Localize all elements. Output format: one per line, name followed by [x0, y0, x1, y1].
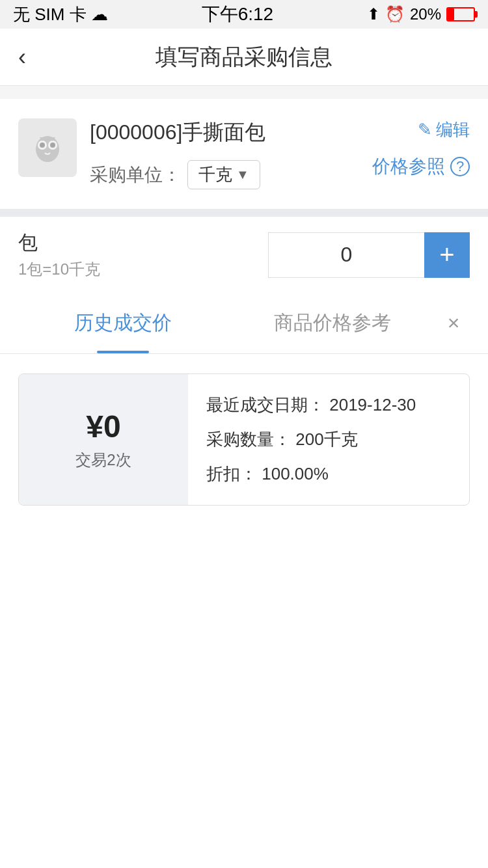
tab-close-button[interactable]: ×	[437, 307, 470, 340]
alarm-icon: ⏰	[385, 5, 405, 23]
battery-icon	[446, 7, 475, 21]
help-icon: ?	[450, 157, 470, 176]
unit-label: 采购单位：	[90, 163, 181, 187]
quantity-label: 采购数量：	[206, 429, 291, 449]
date-value: 2019-12-30	[329, 395, 416, 414]
status-right: ⬆ ⏰ 20%	[367, 5, 475, 23]
location-icon: ⬆	[367, 5, 380, 23]
tab-price-ref-label: 商品价格参考	[274, 312, 391, 333]
page-title: 填写商品采购信息	[156, 42, 332, 72]
product-name: [0000006]手撕面包	[90, 118, 265, 147]
product-left: [0000006]手撕面包 采购单位： 千克 ▼	[18, 118, 265, 189]
battery-percent: 20%	[410, 5, 441, 23]
edit-icon: ✎	[418, 120, 432, 140]
history-discount-row: 折扣： 100.00%	[206, 463, 451, 485]
quantity-plus-button[interactable]: +	[424, 232, 470, 278]
price-ref-button[interactable]: 价格参照 ?	[372, 154, 470, 179]
product-image	[18, 118, 77, 177]
product-top: [0000006]手撕面包 采购单位： 千克 ▼ ✎ 编辑 价格参照 ?	[18, 118, 470, 189]
edit-label: 编辑	[436, 118, 470, 141]
quantity-row: 包 1包=10千克 0 +	[0, 217, 488, 293]
history-count: 交易2次	[75, 450, 131, 470]
quantity-val: 200千克	[295, 429, 357, 449]
unit-value: 千克	[198, 163, 232, 186]
unit-selector[interactable]: 千克 ▼	[187, 160, 260, 189]
history-left: ¥0 交易2次	[19, 374, 188, 505]
history-quantity-row: 采购数量： 200千克	[206, 428, 451, 451]
quantity-unit-name: 包	[18, 230, 100, 256]
quantity-unit-desc: 1包=10千克	[18, 259, 100, 280]
date-label: 最近成交日期：	[206, 395, 325, 414]
history-content: ¥0 交易2次 最近成交日期： 2019-12-30 采购数量： 200千克 折…	[0, 354, 488, 525]
product-unit-row: 采购单位： 千克 ▼	[90, 160, 265, 189]
history-right: 最近成交日期： 2019-12-30 采购数量： 200千克 折扣： 100.0…	[188, 374, 469, 505]
history-date-row: 最近成交日期： 2019-12-30	[206, 394, 451, 416]
product-logo-icon	[28, 128, 67, 167]
product-right: ✎ 编辑 价格参照 ?	[372, 118, 470, 179]
product-card: [0000006]手撕面包 采购单位： 千克 ▼ ✎ 编辑 价格参照 ?	[0, 99, 488, 209]
history-card: ¥0 交易2次 最近成交日期： 2019-12-30 采购数量： 200千克 折…	[18, 373, 470, 506]
divider	[0, 209, 488, 217]
bottom-space	[0, 525, 488, 868]
tab-product-price-ref[interactable]: 商品价格参考	[228, 293, 437, 353]
tab-history-price[interactable]: 历史成交价	[18, 293, 228, 353]
status-left: 无 SIM 卡 ☁	[13, 3, 108, 26]
chevron-down-icon: ▼	[236, 167, 249, 182]
back-button[interactable]: ‹	[18, 44, 26, 71]
tab-history-label: 历史成交价	[74, 312, 172, 333]
quantity-value: 0	[341, 243, 353, 267]
quantity-controls: 0 +	[268, 232, 470, 278]
status-time: 下午6:12	[202, 2, 274, 27]
tabs-row: 历史成交价 商品价格参考 ×	[0, 293, 488, 354]
price-ref-label: 价格参照	[372, 154, 445, 179]
svg-point-3	[40, 142, 45, 148]
edit-button[interactable]: ✎ 编辑	[418, 118, 470, 141]
discount-value: 100.00%	[262, 464, 329, 483]
status-bar: 无 SIM 卡 ☁ 下午6:12 ⬆ ⏰ 20%	[0, 0, 488, 29]
history-price: ¥0	[86, 409, 120, 444]
svg-point-4	[50, 142, 55, 148]
header: ‹ 填写商品采购信息	[0, 29, 488, 86]
svg-point-0	[36, 136, 59, 162]
signal-text: 无 SIM 卡 ☁	[13, 3, 108, 26]
discount-label: 折扣：	[206, 464, 257, 483]
quantity-input[interactable]: 0	[268, 232, 424, 278]
quantity-unit-info: 包 1包=10千克	[18, 230, 100, 280]
product-info: [0000006]手撕面包 采购单位： 千克 ▼	[90, 118, 265, 189]
tabs-section: 历史成交价 商品价格参考 × ¥0 交易2次 最近成交日期： 2019-12-3…	[0, 293, 488, 525]
